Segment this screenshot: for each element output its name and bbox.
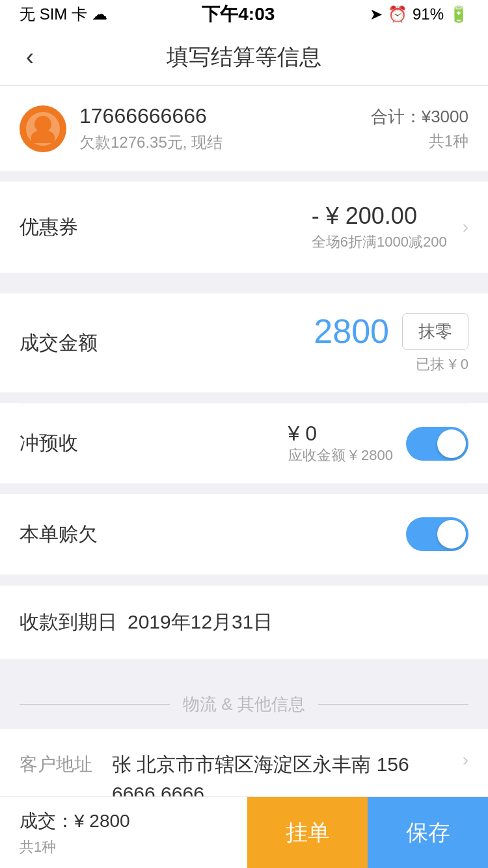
nav-bar: ‹ 填写结算等信息 [0, 29, 488, 86]
logistics-line-left [20, 704, 170, 705]
address-label: 客户地址 [20, 752, 92, 777]
customer-left: 17666666666 欠款1276.35元, 现结 [20, 104, 223, 153]
content-area: 17666666666 欠款1276.35元, 现结 合计：¥3000 共1种 … [0, 86, 488, 868]
page-title: 填写结算等信息 [167, 42, 321, 72]
coupon-section: 优惠券 - ¥ 200.00 全场6折满1000减200 › [0, 182, 488, 273]
save-button[interactable]: 保存 [368, 797, 488, 869]
logistics-line-right [318, 704, 468, 705]
section-divider-1 [0, 283, 488, 293]
coupon-detail: 全场6折满1000减200 [312, 232, 447, 252]
duedate-section: 收款到期日 2019年12月31日 [0, 585, 488, 659]
avatar [20, 105, 66, 152]
prepay-amount: ¥ 0 [288, 422, 393, 446]
coupon-right: - ¥ 200.00 全场6折满1000减200 › [312, 202, 468, 252]
status-bar: 无 SIM 卡 ☁ 下午4:03 ➤ ⏰ 91% 🔋 [0, 0, 488, 29]
round-button[interactable]: 抹零 [402, 313, 468, 350]
coupon-chevron-icon: › [463, 217, 468, 237]
battery-icon: 🔋 [449, 5, 468, 23]
prepay-right: ¥ 0 应收金额 ¥ 2800 [288, 422, 468, 465]
coupon-label: 优惠券 [20, 214, 78, 241]
prepay-sub: 应收金额 ¥ 2800 [288, 446, 393, 465]
total-count: 共1种 [371, 131, 468, 152]
amount-value: 2800 [314, 312, 389, 351]
arrears-toggle[interactable] [406, 517, 468, 551]
status-right: ➤ ⏰ 91% 🔋 [370, 5, 468, 23]
section-divider-3 [0, 670, 488, 680]
arrears-row: 本单赊欠 [0, 494, 488, 575]
coupon-info: - ¥ 200.00 全场6折满1000减200 [312, 202, 447, 252]
bottom-count: 共1种 [20, 837, 228, 857]
battery-level: 91% [413, 5, 444, 23]
prepay-amount-group: ¥ 0 应收金额 ¥ 2800 [288, 422, 393, 465]
amount-sub: 已抹 ¥ 0 [314, 355, 468, 374]
amount-row: 成交金额 2800 抹零 已抹 ¥ 0 [0, 293, 488, 392]
status-left: 无 SIM 卡 ☁ [20, 4, 107, 25]
duedate-value: 2019年12月31日 [128, 609, 273, 636]
bottom-bar: 成交：¥ 2800 共1种 挂单 保存 [0, 796, 488, 868]
total-label: 合计：¥3000 [371, 105, 468, 128]
location-icon: ➤ [370, 5, 383, 23]
prepay-section: 冲预收 ¥ 0 应收金额 ¥ 2800 [0, 403, 488, 483]
pending-button[interactable]: 挂单 [247, 797, 368, 869]
customer-phone: 17666666666 [79, 104, 223, 128]
customer-card: 17666666666 欠款1276.35元, 现结 合计：¥3000 共1种 [0, 86, 488, 171]
prepay-label: 冲预收 [20, 430, 78, 457]
prepay-row: 冲预收 ¥ 0 应收金额 ¥ 2800 [0, 403, 488, 483]
toggle-circle [437, 429, 466, 458]
avatar-inner [26, 112, 60, 146]
bottom-deal-label: 成交： [20, 811, 74, 831]
arrears-label: 本单赊欠 [20, 521, 98, 548]
address-chevron-icon: › [463, 750, 468, 770]
duedate-label: 收款到期日 [20, 609, 117, 636]
sim-status: 无 SIM 卡 ☁ [20, 4, 107, 25]
status-time: 下午4:03 [202, 2, 275, 27]
coupon-row[interactable]: 优惠券 - ¥ 200.00 全场6折满1000减200 › [0, 182, 488, 273]
section-divider-2 [0, 483, 488, 494]
coupon-discount: - ¥ 200.00 [312, 202, 447, 230]
arrears-toggle-circle [437, 520, 466, 549]
prepay-toggle[interactable] [406, 427, 468, 461]
duedate-row: 收款到期日 2019年12月31日 [0, 586, 488, 659]
logistics-divider: 物流 & 其他信息 [0, 680, 488, 729]
alarm-icon: ⏰ [388, 5, 407, 23]
customer-sub: 欠款1276.35元, 现结 [79, 132, 223, 153]
amount-right-group: 2800 抹零 已抹 ¥ 0 [314, 312, 468, 374]
amount-label: 成交金额 [20, 330, 98, 357]
bottom-deal-line: 成交：¥ 2800 [20, 809, 228, 834]
logistics-text: 物流 & 其他信息 [183, 693, 305, 716]
bottom-deal-amount: ¥ 2800 [74, 811, 130, 831]
customer-info: 17666666666 欠款1276.35元, 现结 [79, 104, 223, 153]
bottom-summary: 成交：¥ 2800 共1种 [0, 809, 247, 857]
back-button[interactable]: ‹ [20, 37, 40, 77]
amount-section: 成交金额 2800 抹零 已抹 ¥ 0 [0, 293, 488, 392]
customer-right: 合计：¥3000 共1种 [371, 105, 468, 152]
arrears-section: 本单赊欠 [0, 494, 488, 575]
